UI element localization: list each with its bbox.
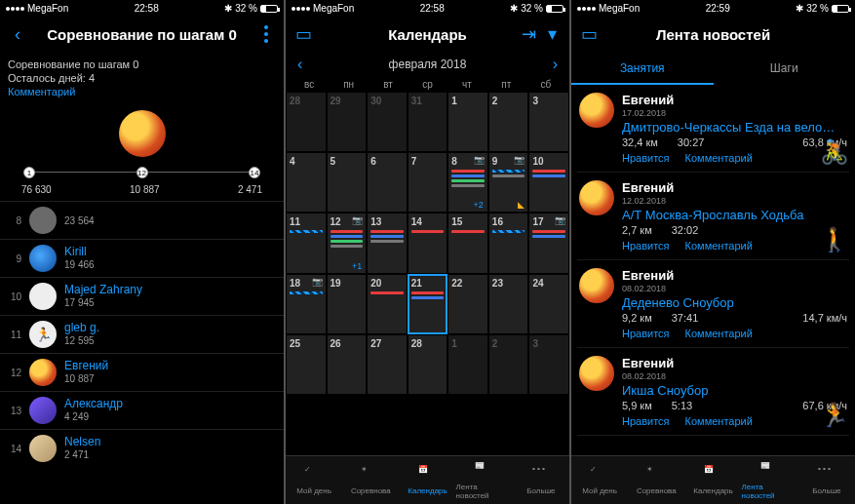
tab-challenges[interactable]: ✶Соревнова bbox=[628, 456, 684, 504]
avatar bbox=[579, 93, 614, 128]
leaderboard-row[interactable]: 9Kirill19 466 bbox=[0, 239, 284, 277]
days-left: Осталось дней: 4 bbox=[8, 71, 276, 85]
feed-tab-activities[interactable]: Занятия bbox=[571, 52, 714, 85]
day-number: 11 bbox=[290, 216, 323, 227]
activity-title[interactable]: А/Т Москва-Ярославль Ходьба bbox=[622, 208, 847, 222]
calendar-day[interactable]: 27 bbox=[367, 334, 408, 395]
calendar-day[interactable]: 21 bbox=[408, 274, 448, 334]
calendar-day[interactable]: 25 bbox=[286, 334, 327, 395]
comment-link[interactable]: Комментарий bbox=[8, 85, 276, 98]
calendar-day[interactable]: 8📷+2 bbox=[447, 152, 488, 213]
comment-link[interactable]: Комментарий bbox=[685, 415, 753, 427]
feed-list[interactable]: Евгений17.02.2018Дмитрово-Черкассы Езда … bbox=[571, 85, 855, 455]
calendar-day[interactable]: 22 bbox=[447, 274, 488, 334]
calendar-day[interactable]: 19 bbox=[327, 274, 368, 334]
tab-news[interactable]: 📰Лента новостей bbox=[742, 456, 798, 504]
leaderboard-row[interactable]: 11🏃gleb g.12 595 bbox=[0, 315, 284, 353]
tab-challenges[interactable]: ✶Соревнова bbox=[342, 456, 399, 504]
tab-myday[interactable]: ✓Мой день bbox=[571, 456, 628, 504]
feed-item[interactable]: Евгений17.02.2018Дмитрово-Черкассы Езда … bbox=[577, 85, 849, 173]
day-number: 4 bbox=[290, 156, 323, 167]
next-month-icon[interactable]: › bbox=[553, 56, 558, 73]
calendar-day[interactable]: 14 bbox=[408, 213, 448, 273]
comment-link[interactable]: Комментарий bbox=[685, 240, 753, 252]
calendar-day[interactable]: 3 bbox=[528, 92, 569, 152]
day-number: 16 bbox=[492, 216, 525, 227]
calendar-day[interactable]: 4 bbox=[286, 152, 327, 213]
status-bar: MegaFon 22:59 ✱ 32 % bbox=[571, 0, 855, 17]
calendar-day[interactable]: 24 bbox=[528, 274, 569, 334]
tab-more[interactable]: ∘∘∘Больше bbox=[798, 456, 855, 504]
screen-calendar: MegaFon 22:58 ✱ 32 % ▭ Календарь ⇥ ▾ ‹ ф… bbox=[286, 0, 569, 504]
calendar-day[interactable]: 6 bbox=[367, 152, 408, 213]
tab-calendar[interactable]: 📅Календарь bbox=[399, 456, 455, 504]
like-link[interactable]: Нравится bbox=[622, 415, 670, 427]
comment-link[interactable]: Комментарий bbox=[685, 152, 753, 164]
calendar-day[interactable]: 9📷◣ bbox=[488, 152, 529, 213]
activity-title[interactable]: Дмитрово-Черкассы Езда на вело… bbox=[622, 120, 847, 135]
more-count: +1 bbox=[352, 261, 362, 271]
tab-myday[interactable]: ✓Мой день bbox=[286, 456, 342, 504]
flag-icon: ◣ bbox=[518, 200, 525, 210]
calendar-day[interactable]: 28 bbox=[408, 334, 448, 395]
activity-bar bbox=[411, 296, 445, 299]
calendar-day[interactable]: 13 bbox=[367, 213, 408, 273]
calendar-day[interactable]: 15 bbox=[447, 213, 488, 273]
day-number: 5 bbox=[330, 156, 364, 167]
leaderboard-row[interactable]: 14Nelsen2 471 bbox=[0, 429, 284, 467]
calendar-day[interactable]: 2 bbox=[488, 92, 529, 152]
progress-area: 1 12 14 76 630 10 887 2 471 bbox=[0, 106, 284, 201]
rank: 11 bbox=[8, 330, 21, 340]
leaderboard-row[interactable]: 13Александр4 249 bbox=[0, 391, 284, 429]
tab-bar: ✓Мой день ✶Соревнова 📅Календарь 📰Лента н… bbox=[571, 455, 855, 504]
calendar-day[interactable]: 30 bbox=[367, 92, 408, 152]
challenge-name: Соревнование по шагам 0 bbox=[8, 58, 276, 71]
prev-month-icon[interactable]: ‹ bbox=[297, 56, 302, 73]
rank: 12 bbox=[8, 368, 21, 378]
calendar-day[interactable]: 28 bbox=[286, 92, 327, 152]
calendar-day[interactable]: 1 bbox=[447, 334, 488, 395]
calendar-day[interactable]: 17📷 bbox=[528, 213, 569, 273]
calendar-day[interactable]: 2 bbox=[488, 334, 529, 395]
user-name: Евгений bbox=[622, 268, 847, 283]
calendar-day[interactable]: 31 bbox=[408, 92, 448, 152]
tab-news[interactable]: 📰Лента новостей bbox=[456, 456, 513, 504]
activity-title[interactable]: Икша Сноубор bbox=[622, 383, 847, 398]
feed-item[interactable]: Евгений12.02.2018А/Т Москва-Ярославль Хо… bbox=[577, 173, 849, 260]
calendar-day[interactable]: 18📷 bbox=[286, 274, 327, 334]
calendar-day[interactable]: 26 bbox=[327, 334, 368, 395]
leaderboard-row[interactable]: 823 564 bbox=[0, 201, 284, 239]
calendar-day[interactable]: 5 bbox=[327, 152, 368, 213]
calendar-day[interactable]: 1 bbox=[447, 92, 488, 152]
activity-title[interactable]: Деденево Сноубор bbox=[622, 295, 847, 310]
calendar-grid[interactable]: 2829303112345678📷+29📷◣101112📷+1131415161… bbox=[286, 92, 569, 455]
weekday: чт bbox=[447, 79, 486, 90]
feed-item[interactable]: Евгений08.02.2018Икша Сноубор5,9 км5:136… bbox=[577, 348, 849, 436]
header: ‹ Соревнование по шагам 0 bbox=[0, 17, 284, 52]
calendar-day[interactable]: 12📷+1 bbox=[327, 213, 368, 273]
calendar-day[interactable]: 20 bbox=[367, 274, 408, 334]
day-number: 22 bbox=[451, 278, 485, 289]
comment-link[interactable]: Комментарий bbox=[685, 328, 753, 339]
like-link[interactable]: Нравится bbox=[622, 152, 670, 164]
leaderboard-row[interactable]: 12Евгений10 887 bbox=[0, 353, 284, 391]
calendar-day[interactable]: 23 bbox=[488, 274, 529, 334]
leaderboard[interactable]: 823 5649Kirill19 46610Majed Zahrany17 94… bbox=[0, 201, 284, 504]
feed-tab-steps[interactable]: Шаги bbox=[714, 52, 856, 85]
calendar-day[interactable]: 16 bbox=[488, 213, 529, 273]
calendar-day[interactable]: 11 bbox=[286, 213, 327, 273]
calendar-day[interactable]: 10 bbox=[528, 152, 569, 213]
leaderboard-row[interactable]: 10Majed Zahrany17 945 bbox=[0, 277, 284, 315]
day-number: 27 bbox=[370, 338, 404, 349]
like-link[interactable]: Нравится bbox=[622, 240, 670, 252]
calendar-day[interactable]: 7 bbox=[408, 152, 448, 213]
feed-item[interactable]: Евгений08.02.2018Деденево Сноубор9,2 км3… bbox=[577, 260, 849, 348]
tab-calendar[interactable]: 📅Календарь bbox=[684, 456, 741, 504]
calendar-day[interactable]: 3 bbox=[528, 334, 569, 395]
calendar-day[interactable]: 29 bbox=[327, 92, 368, 152]
tab-more[interactable]: ∘∘∘Больше bbox=[513, 456, 569, 504]
bluetooth-icon: ✱ bbox=[510, 3, 518, 14]
day-number: 13 bbox=[370, 216, 404, 227]
weekday: сб bbox=[526, 79, 565, 90]
like-link[interactable]: Нравится bbox=[622, 328, 670, 339]
